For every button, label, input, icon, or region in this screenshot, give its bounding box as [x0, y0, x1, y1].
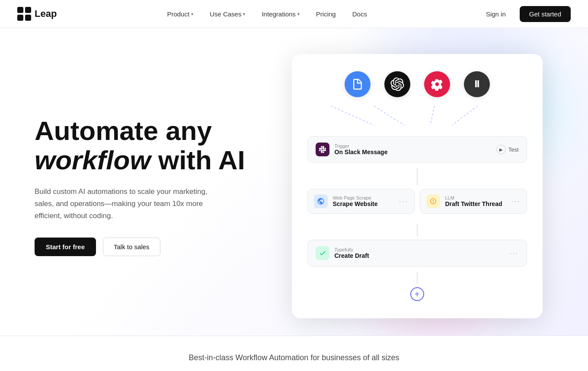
bottom-section: Best-in-class Workflow Automation for bu… — [0, 336, 588, 371]
typefully-icon — [316, 246, 329, 260]
hero-title-line1: Automate any — [35, 116, 212, 146]
nav-link-integrations[interactable]: Integrations ▾ — [255, 7, 306, 21]
navbar: Leap Product ▾ Use Cases ▾ Integrations … — [0, 0, 588, 28]
trigger-node: Trigger On Slack Message ▶ Test — [307, 136, 527, 163]
svg-rect-1 — [25, 7, 31, 13]
settings-icon — [424, 71, 450, 97]
trigger-node-text: Trigger On Slack Message — [335, 143, 491, 155]
svg-line-7 — [452, 106, 478, 125]
connector-line-2 — [417, 224, 418, 236]
top-connector-lines — [307, 106, 527, 127]
openai-icon — [384, 71, 410, 97]
play-icon: ▶ — [496, 145, 506, 154]
workflow-top-icons: ⏸ — [307, 71, 527, 97]
chevron-down-icon: ▾ — [191, 12, 193, 16]
llm-icon — [426, 194, 440, 208]
hero-buttons: Start for free Talk to sales — [35, 238, 272, 256]
nav-link-docs[interactable]: Docs — [345, 7, 374, 21]
svg-rect-3 — [25, 15, 31, 21]
svg-line-4 — [331, 106, 374, 125]
nav-link-product[interactable]: Product ▾ — [160, 7, 200, 21]
add-step-button[interactable]: + — [410, 287, 424, 301]
hero-subtitle: Build custom AI automations to scale you… — [35, 186, 216, 222]
typefully-node: Typefully Create Draft ··· — [307, 240, 527, 266]
logo-icon — [17, 7, 31, 21]
llm-node: LLM Draft Twitter Thread ··· — [420, 189, 527, 214]
docs-icon — [345, 71, 371, 97]
svg-line-5 — [374, 106, 404, 125]
connector-line-1 — [417, 168, 418, 185]
svg-line-6 — [430, 106, 435, 125]
logo[interactable]: Leap — [17, 7, 57, 21]
hero-title: Automate any workflow with AI — [35, 116, 272, 175]
scrape-node: Web Page Scrape Scrape Website ··· — [307, 189, 415, 214]
nav-link-pricing[interactable]: Pricing — [309, 7, 343, 21]
start-for-free-button[interactable]: Start for free — [35, 238, 96, 256]
slack-icon — [316, 143, 329, 156]
chevron-down-icon: ▾ — [243, 12, 245, 16]
nav-actions: Sign in Get started — [477, 6, 571, 22]
workflow-card: ⏸ Trigger On Slack Message ▶ — [292, 54, 543, 318]
get-started-button[interactable]: Get started — [520, 6, 571, 22]
connector-line-3 — [417, 272, 418, 284]
nav-link-usecases[interactable]: Use Cases ▾ — [203, 7, 252, 21]
svg-rect-0 — [17, 7, 23, 13]
test-action[interactable]: ▶ Test — [496, 145, 519, 154]
hero-content: Automate any workflow with AI Build cust… — [35, 116, 272, 256]
chevron-down-icon: ▾ — [297, 12, 300, 16]
typefully-node-menu[interactable]: ··· — [509, 249, 518, 258]
hero-title-italic: workflow — [35, 145, 151, 175]
hero-visual: ⏸ Trigger On Slack Message ▶ — [272, 54, 562, 318]
bottom-text: Best-in-class Workflow Automation for bu… — [9, 353, 579, 362]
signin-button[interactable]: Sign in — [477, 7, 514, 21]
typefully-node-text: Typefully Create Draft — [335, 247, 505, 259]
llm-node-text: LLM Draft Twitter Thread — [445, 195, 506, 207]
web-scrape-icon — [314, 194, 328, 208]
logo-text: Leap — [35, 8, 57, 19]
workflow-row-two: Web Page Scrape Scrape Website ··· LLM D… — [307, 189, 527, 219]
svg-rect-2 — [17, 15, 23, 21]
hero-title-line2: with AI — [151, 145, 245, 175]
hero-section: Automate any workflow with AI Build cust… — [0, 28, 588, 336]
scrape-node-text: Web Page Scrape Scrape Website — [333, 195, 394, 207]
llm-node-menu[interactable]: ··· — [511, 197, 520, 206]
talk-to-sales-button[interactable]: Talk to sales — [103, 238, 160, 256]
pause-icon: ⏸ — [464, 71, 490, 97]
nav-links: Product ▾ Use Cases ▾ Integrations ▾ Pri… — [160, 7, 374, 21]
scrape-node-menu[interactable]: ··· — [399, 197, 408, 206]
